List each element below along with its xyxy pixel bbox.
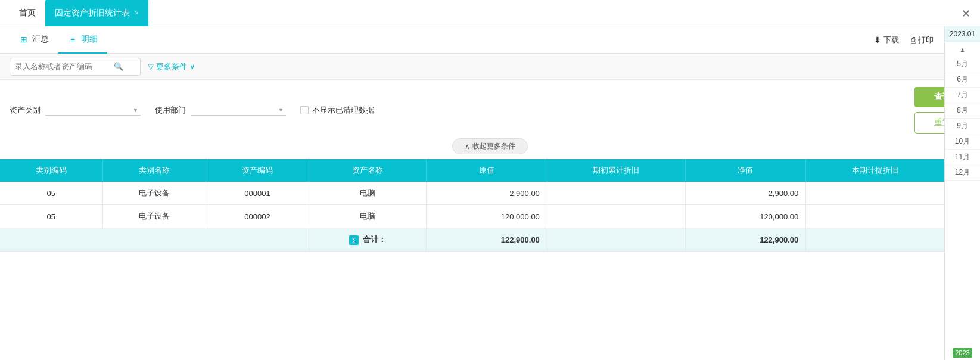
use-department-filter: 使用部门 <box>155 105 286 116</box>
print-button[interactable]: ⎙ 打印 <box>911 35 934 45</box>
col-category-name: 类别名称 <box>102 159 206 182</box>
col-current-depreciation: 本期计提折旧 <box>806 159 944 182</box>
cell-accumulated-dep-1 <box>547 205 685 228</box>
total-spacer <box>0 228 309 252</box>
month-item-8[interactable]: 8月 <box>945 103 980 119</box>
month-item-9[interactable]: 9月 <box>945 119 980 134</box>
cell-category-name-0: 电子设备 <box>102 182 206 205</box>
date-panel: 2023.01 ▲ 5月 6月 7月 8月 9月 10月 11月 12月 202… <box>944 54 980 360</box>
cell-current-dep-1 <box>806 205 944 228</box>
cell-category-name-1: 电子设备 <box>102 205 206 228</box>
col-asset-name: 资产名称 <box>309 159 427 182</box>
download-label: 下载 <box>883 35 899 45</box>
collapse-button[interactable]: ∧ 收起更多条件 <box>452 138 528 154</box>
search-input-wrapper[interactable]: 🔍 <box>10 58 141 76</box>
asset-category-filter: 资产类别 <box>10 105 141 116</box>
tab-detail[interactable]: 明细 <box>58 26 107 54</box>
window-close-button[interactable]: ✕ <box>962 7 970 20</box>
home-nav-item[interactable]: 首页 <box>10 0 45 26</box>
cell-net-value-1: 120,000.00 <box>685 205 806 228</box>
total-original-value: 122,900.00 <box>427 228 547 252</box>
asset-category-select[interactable] <box>45 105 141 116</box>
more-conditions-label: 更多条件 <box>156 61 187 72</box>
download-icon: ⬇ <box>874 35 881 45</box>
search-bar: 🔍 ▽ 更多条件 ∨ <box>0 54 980 80</box>
no-cleared-checkbox-item[interactable]: 不显示已清理数据 <box>300 105 374 116</box>
tab-summary[interactable]: 汇总 <box>10 26 58 54</box>
month-item-7[interactable]: 7月 <box>945 88 980 103</box>
tab-summary-label: 汇总 <box>32 34 49 45</box>
tab-fixed-assets[interactable]: 固定资产折旧统计表 × <box>45 0 148 26</box>
cell-category-code-1: 05 <box>0 205 102 228</box>
search-input[interactable] <box>15 62 110 71</box>
cell-accumulated-dep-0 <box>547 182 685 205</box>
col-net-value: 净值 <box>685 159 806 182</box>
total-current-dep <box>806 228 944 252</box>
more-conditions-button[interactable]: ▽ 更多条件 ∨ <box>148 61 195 72</box>
total-label: 合计： <box>363 235 386 244</box>
col-accumulated-depreciation: 期初累计折旧 <box>547 159 685 182</box>
collapse-label: 收起更多条件 <box>472 141 515 151</box>
tab-label: 固定资产折旧统计表 <box>55 8 130 18</box>
month-item-5[interactable]: 5月 <box>945 57 980 72</box>
print-label: 打印 <box>918 35 934 45</box>
use-department-label: 使用部门 <box>155 105 186 116</box>
print-icon: ⎙ <box>911 35 916 45</box>
table-row: 05 电子设备 000001 电脑 2,900.00 2,900.00 <box>0 182 944 205</box>
month-item-6[interactable]: 6月 <box>945 72 980 88</box>
total-label-cell: ∑ 合计： <box>309 228 427 252</box>
chevron-down-icon: ∨ <box>189 62 195 71</box>
download-button[interactable]: ⬇ 下载 <box>874 35 899 45</box>
use-department-arrow-icon <box>278 105 284 114</box>
search-icon: 🔍 <box>114 62 123 71</box>
asset-category-label: 资产类别 <box>10 105 41 116</box>
cell-category-code-0: 05 <box>0 182 102 205</box>
col-original-value: 原值 <box>427 159 547 182</box>
data-table: 类别编码 类别名称 资产编码 资产名称 原值 期初累计折旧 净值 本期计提折旧 <box>0 159 944 252</box>
collapse-icon: ∧ <box>465 142 470 151</box>
cell-asset-name-0: 电脑 <box>309 182 427 205</box>
month-item-11[interactable]: 11月 <box>945 150 980 165</box>
cell-original-value-1: 120,000.00 <box>427 205 547 228</box>
filter-icon: ▽ <box>148 62 154 71</box>
cell-asset-code-1: 000002 <box>206 205 309 228</box>
date-panel-up-arrow[interactable]: ▲ <box>957 54 969 55</box>
cell-current-dep-0 <box>806 182 944 205</box>
no-cleared-label: 不显示已清理数据 <box>312 105 374 116</box>
month-item-10[interactable]: 10月 <box>945 134 980 150</box>
total-accumulated-dep <box>547 228 685 252</box>
cell-net-value-0: 2,900.00 <box>685 182 806 205</box>
top-nav: 首页 固定资产折旧统计表 × ✕ <box>0 0 980 26</box>
total-net-value: 122,900.00 <box>685 228 806 252</box>
total-icon: ∑ <box>349 235 359 245</box>
use-department-select[interactable] <box>191 105 286 116</box>
year-badge: 2023 <box>953 348 972 358</box>
filter-row-1: 资产类别 使用部门 <box>10 87 970 134</box>
cell-asset-name-1: 电脑 <box>309 205 427 228</box>
summary-icon <box>19 35 29 44</box>
table-container: 类别编码 类别名称 资产编码 资产名称 原值 期初累计折旧 净值 本期计提折旧 <box>0 159 944 360</box>
collapse-bar: ∧ 收起更多条件 <box>0 134 980 159</box>
table-total-row: ∑ 合计： 122,900.00 122,900.00 <box>0 228 944 252</box>
col-asset-code: 资产编码 <box>206 159 309 182</box>
month-item-12[interactable]: 12月 <box>945 165 980 181</box>
col-category-code: 类别编码 <box>0 159 102 182</box>
cell-asset-code-0: 000001 <box>206 182 309 205</box>
main-content: 汇总 明细 ⬇ 下载 ⎙ 打印 ↺ 刷新 <box>0 26 980 360</box>
no-cleared-checkbox[interactable] <box>300 106 309 114</box>
filter-area: 资产类别 使用部门 <box>0 80 980 134</box>
table-row: 05 电子设备 000002 电脑 120,000.00 120,000.00 <box>0 205 944 228</box>
left-content: 🔍 ▽ 更多条件 ∨ 资产类别 <box>0 54 980 360</box>
content-area: 🔍 ▽ 更多条件 ∨ 资产类别 <box>0 54 980 360</box>
tab-detail-label: 明细 <box>81 34 98 45</box>
sub-tabs-bar: 汇总 明细 ⬇ 下载 ⎙ 打印 ↺ 刷新 <box>0 26 980 54</box>
table-header-row: 类别编码 类别名称 资产编码 资产名称 原值 期初累计折旧 净值 本期计提折旧 <box>0 159 944 182</box>
detail-icon <box>68 35 77 44</box>
tab-close-button[interactable]: × <box>135 9 139 17</box>
asset-category-arrow-icon <box>133 105 138 114</box>
cell-original-value-0: 2,900.00 <box>427 182 547 205</box>
